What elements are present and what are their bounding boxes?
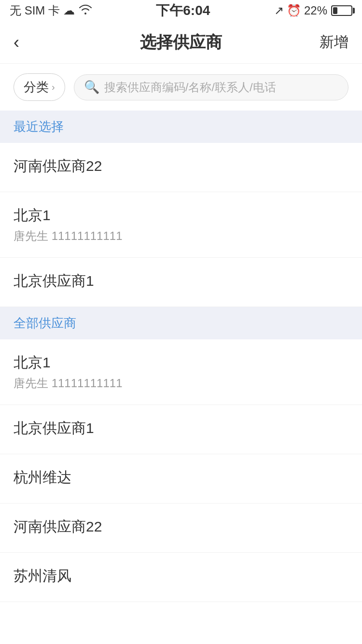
item-sub: 唐先生 11111111111: [14, 376, 348, 391]
item-name: 北京1: [14, 353, 348, 373]
category-arrow-icon: ›: [52, 82, 55, 93]
item-name: 北京供应商1: [14, 271, 348, 291]
item-name: 河南供应商22: [14, 517, 348, 537]
back-button[interactable]: ‹: [14, 32, 42, 53]
location-icon: ↗: [274, 4, 284, 17]
search-bar: 分类 › 🔍 搜索供应商编码/名称/联系人/电话: [0, 64, 362, 111]
item-name: 北京供应商1: [14, 419, 348, 438]
item-sub: 唐先生 11111111111: [14, 228, 348, 244]
recent-section-label: 最近选择: [14, 119, 64, 134]
all-list-item[interactable]: 河南供应商22: [0, 504, 362, 553]
status-right: ↗ ⏰ 22%: [274, 4, 352, 17]
status-time: 下午6:04: [156, 1, 210, 20]
search-input[interactable]: 搜索供应商编码/名称/联系人/电话: [104, 80, 276, 95]
all-list: 北京1唐先生 11111111111北京供应商1杭州维达河南供应商22苏州清风: [0, 339, 362, 602]
item-name: 河南供应商22: [14, 156, 348, 176]
recent-list-item[interactable]: 北京供应商1: [0, 258, 362, 307]
category-button[interactable]: 分类 ›: [14, 73, 65, 101]
battery-icon: [331, 5, 352, 16]
all-list-item[interactable]: 杭州维达: [0, 454, 362, 504]
category-label: 分类: [24, 79, 49, 96]
all-section-header: 全部供应商: [0, 307, 362, 339]
wifi-icon: [79, 4, 92, 17]
all-list-item[interactable]: 苏州清风: [0, 553, 362, 602]
recent-list-item[interactable]: 北京1唐先生 11111111111: [0, 192, 362, 258]
all-section-label: 全部供应商: [14, 316, 76, 330]
alarm-icon: ⏰: [287, 4, 301, 17]
add-button[interactable]: 新增: [320, 32, 348, 52]
item-name: 杭州维达: [14, 468, 348, 488]
no-sim-label: 无 SIM 卡 ☁: [10, 3, 75, 18]
search-input-wrap[interactable]: 🔍 搜索供应商编码/名称/联系人/电话: [74, 74, 348, 100]
recent-section-header: 最近选择: [0, 111, 362, 143]
recent-list-item[interactable]: 河南供应商22: [0, 143, 362, 192]
page-title: 选择供应商: [140, 31, 222, 54]
nav-bar: ‹ 选择供应商 新增: [0, 21, 362, 64]
item-name: 北京1: [14, 206, 348, 225]
battery-percentage: 22%: [304, 4, 327, 17]
search-icon: 🔍: [84, 80, 99, 95]
status-left: 无 SIM 卡 ☁: [10, 3, 92, 18]
recent-list: 河南供应商22北京1唐先生 11111111111北京供应商1: [0, 143, 362, 307]
all-list-item[interactable]: 北京1唐先生 11111111111: [0, 339, 362, 405]
item-name: 苏州清风: [14, 566, 348, 586]
status-bar: 无 SIM 卡 ☁ 下午6:04 ↗ ⏰ 22%: [0, 0, 362, 21]
all-list-item[interactable]: 北京供应商1: [0, 405, 362, 454]
